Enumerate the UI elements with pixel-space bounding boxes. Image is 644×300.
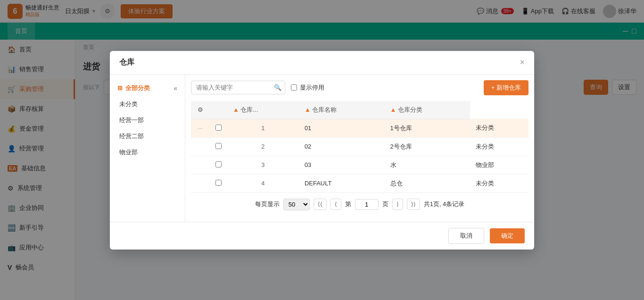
collapse-icon[interactable]: «	[173, 84, 177, 92]
show-disabled-wrap: 显示停用	[291, 83, 324, 92]
col-category: ▲ 仓库分类	[385, 101, 471, 119]
total-label: 共1页, 4条记录	[424, 200, 465, 208]
category-item-dept1[interactable]: 经营一部	[110, 112, 185, 128]
page-label: 第	[345, 200, 351, 208]
show-disabled-label: 显示停用	[300, 83, 324, 92]
col-code: ▲ 仓库...	[227, 101, 299, 119]
last-page-btn[interactable]: ⟩⟩	[407, 199, 420, 210]
row-checkbox[interactable]	[215, 125, 222, 131]
search-input-wrap: 🔍	[191, 81, 285, 94]
per-page-select[interactable]: 501020100	[283, 199, 310, 210]
row-num-cell: 3	[227, 156, 299, 174]
search-bar: 🔍 显示停用 + 新增仓库	[191, 80, 528, 95]
grid-icon: ⊞	[117, 84, 123, 92]
dialog-title: 仓库	[119, 58, 134, 67]
row-category-cell: 未分类	[470, 119, 528, 137]
col-name: ▲ 仓库名称	[299, 101, 385, 119]
content-panel: 🔍 显示停用 + 新增仓库 ⚙	[185, 75, 534, 222]
all-category-label: 全部分类	[125, 84, 150, 92]
table-row[interactable]: 4 DEFAULT 总仓 未分类	[191, 174, 528, 192]
table-header-row: ⚙ ▲ 仓库... ▲ 仓库名称 ▲ 仓库分类	[191, 101, 528, 119]
category-panel: ⊞ 全部分类 « 未分类 经营一部 经营二部 物业部	[110, 75, 185, 222]
next-page-btn[interactable]: ⟩	[392, 199, 403, 210]
row-checkbox[interactable]	[215, 143, 222, 149]
category-item-property[interactable]: 物业部	[110, 144, 185, 160]
row-settings-cell	[191, 137, 210, 156]
dialog-footer: 取消 确定	[110, 222, 534, 250]
add-warehouse-button[interactable]: + 新增仓库	[484, 80, 528, 95]
confirm-button[interactable]: 确定	[490, 228, 525, 243]
category-item-dept2[interactable]: 经营二部	[110, 128, 185, 144]
row-num-cell: 2	[227, 137, 299, 156]
row-name-cell: 水	[385, 156, 471, 174]
row-code-cell: 01	[299, 119, 385, 137]
dialog-body: ⊞ 全部分类 « 未分类 经营一部 经营二部 物业部	[110, 75, 534, 222]
row-num-cell: 4	[227, 174, 299, 192]
dialog-header: 仓库 ×	[110, 51, 534, 75]
row-settings-cell: ···	[191, 119, 210, 137]
row-checkbox-cell[interactable]	[210, 156, 227, 174]
warehouse-dialog: 仓库 × ⊞ 全部分类 « 未分类 经营一部 经营二部	[110, 51, 534, 250]
row-checkbox-cell[interactable]	[210, 137, 227, 156]
row-settings-cell	[191, 156, 210, 174]
show-disabled-checkbox[interactable]	[291, 84, 297, 91]
dialog-overlay: 仓库 × ⊞ 全部分类 « 未分类 经营一部 经营二部	[0, 0, 644, 300]
category-item-uncategorized[interactable]: 未分类	[110, 96, 185, 112]
cancel-button[interactable]: 取消	[448, 228, 484, 244]
table-row[interactable]: 3 03 水 物业部	[191, 156, 528, 174]
row-name-cell: 1号仓库	[385, 119, 471, 137]
row-category-cell: 未分类	[470, 174, 528, 192]
col-checkbox	[210, 101, 227, 119]
page-number-input[interactable]	[355, 199, 379, 210]
close-icon[interactable]: ×	[520, 58, 525, 67]
pagination: 每页显示 501020100 ⟨⟨ ⟨ 第 页 ⟩ ⟩⟩ 共1页, 4条记录	[191, 193, 528, 216]
row-checkbox[interactable]	[215, 161, 222, 167]
row-category-cell: 未分类	[470, 137, 528, 156]
row-name-cell: 总仓	[385, 174, 471, 192]
warehouse-table: ⚙ ▲ 仓库... ▲ 仓库名称 ▲ 仓库分类	[191, 101, 528, 193]
col-settings: ⚙	[191, 101, 210, 119]
search-icon[interactable]: 🔍	[274, 84, 281, 91]
row-code-cell: 02	[299, 137, 385, 156]
first-page-btn[interactable]: ⟨⟨	[314, 199, 327, 210]
category-header[interactable]: ⊞ 全部分类 «	[110, 80, 185, 96]
row-settings-cell	[191, 174, 210, 192]
row-checkbox[interactable]	[215, 180, 222, 186]
row-num-cell: 1	[227, 119, 299, 137]
row-category-cell: 物业部	[470, 156, 528, 174]
row-code-cell: DEFAULT	[299, 174, 385, 192]
table-row[interactable]: 2 02 2号仓库 未分类	[191, 137, 528, 156]
per-page-label: 每页显示	[255, 200, 280, 208]
row-name-cell: 2号仓库	[385, 137, 471, 156]
search-input[interactable]	[191, 81, 285, 94]
row-checkbox-cell[interactable]	[210, 119, 227, 137]
prev-page-btn[interactable]: ⟨	[330, 199, 341, 210]
table-row[interactable]: ··· 1 01 1号仓库 未分类	[191, 119, 528, 137]
page-suffix: 页	[382, 200, 388, 208]
row-checkbox-cell[interactable]	[210, 174, 227, 192]
row-code-cell: 03	[299, 156, 385, 174]
